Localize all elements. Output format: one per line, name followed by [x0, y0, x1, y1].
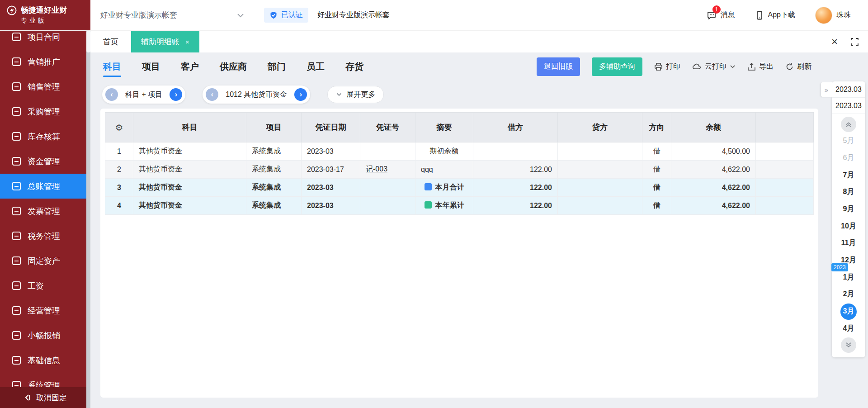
sidebar-item-fixed-assets[interactable]: 固定资产: [0, 248, 90, 273]
back-to-old-version-button[interactable]: 退回旧版: [537, 57, 580, 76]
month-2[interactable]: 2月: [840, 286, 857, 303]
cell-date: 2023-03-17: [302, 161, 360, 179]
cell-balance: 4,622.00: [671, 197, 756, 215]
sidebar-item-inventory[interactable]: 库存核算: [0, 124, 90, 149]
dimension-filter-pill[interactable]: ‹ 科目 + 项目 ›: [102, 85, 185, 104]
sidebar-item-label: 基础信息: [28, 355, 60, 366]
scroll-down-button[interactable]: [841, 337, 856, 353]
tab-subject[interactable]: 科目: [102, 54, 122, 80]
refresh-button[interactable]: 刷新: [785, 62, 811, 71]
messages-button[interactable]: 1 消息: [707, 10, 735, 20]
sidebar-scrollbar-thumb[interactable]: [86, 31, 90, 52]
account-book-select[interactable]: 好业财专业版演示帐套: [100, 10, 245, 20]
sidebar-item-general-ledger[interactable]: 总账管理: [0, 174, 90, 199]
sidebar-item-sales[interactable]: 销售管理: [0, 74, 90, 99]
certified-badge[interactable]: 已认证: [264, 8, 308, 23]
prev-arrow-icon[interactable]: ‹: [105, 88, 118, 101]
sidebar-item-purchase[interactable]: 采购管理: [0, 99, 90, 124]
sidebar-item-marketing[interactable]: 营销推广: [0, 49, 90, 74]
tab-stock[interactable]: 存货: [344, 54, 364, 80]
cell-debit: [473, 142, 558, 161]
next-arrow-icon[interactable]: ›: [170, 88, 182, 101]
main-area: 首页 辅助明细账 × × 科目 项目 客户 供应商 部门 员工 存货 退回旧版 …: [90, 31, 868, 408]
cell-direction: 借: [642, 142, 671, 161]
sidebar-item-payroll[interactable]: 工资: [0, 273, 90, 298]
phone-icon: [755, 11, 764, 20]
sidebar-item-project-contract[interactable]: 项目合同: [0, 31, 90, 49]
cell-credit: [558, 161, 642, 179]
month-11[interactable]: 11月: [840, 235, 857, 251]
year-badge: 2023: [831, 263, 848, 271]
print-button[interactable]: 打印: [654, 62, 680, 71]
cell-voucher: [360, 179, 415, 197]
account-book-select-value: 好业财专业版演示帐套: [100, 10, 177, 20]
multi-auxiliary-query-button[interactable]: 多辅助查询: [592, 57, 642, 76]
tab-project[interactable]: 项目: [141, 54, 161, 80]
cell-subject: 其他货币资金: [133, 142, 246, 161]
period-start[interactable]: 2023.03: [832, 81, 865, 98]
menu-icon: [12, 281, 21, 290]
unpin-sidebar-button[interactable]: 取消固定: [0, 387, 90, 408]
period-end[interactable]: 2023.03: [832, 98, 865, 114]
prev-arrow-icon[interactable]: ‹: [206, 88, 218, 101]
sidebar-item-label: 项目合同: [28, 32, 60, 43]
scroll-up-button[interactable]: [841, 117, 856, 132]
month-9[interactable]: 9月: [840, 201, 857, 217]
month-4[interactable]: 4月: [840, 320, 857, 337]
sidebar-item-invoice[interactable]: 发票管理: [0, 199, 90, 223]
sidebar-item-basic-info[interactable]: 基础信息: [0, 348, 90, 373]
row-number: 1: [105, 142, 133, 161]
dimension-filter-label: 科目 + 项目: [123, 90, 165, 100]
close-icon[interactable]: ×: [831, 36, 838, 47]
month-5[interactable]: 5月: [840, 133, 857, 149]
tab-close-icon[interactable]: ×: [185, 38, 189, 46]
ledger-table: ⚙ 科目 项目 凭证日期 凭证号 摘要 借方 贷方 方向 余额 1 其他货币资金: [105, 112, 814, 215]
sidebar-item-business-mgmt[interactable]: 经营管理: [0, 298, 90, 323]
month-6[interactable]: 6月: [840, 150, 857, 166]
cell-blank: [756, 142, 814, 161]
tab-supplier[interactable]: 供应商: [219, 54, 248, 80]
cell-debit: 122.00: [473, 179, 558, 197]
subject-filter-pill[interactable]: ‹ 1012 其他货币资金 ›: [203, 85, 310, 104]
cell-project: 系统集成: [246, 197, 302, 215]
subject-filter-label: 1012 其他货币资金: [223, 90, 290, 100]
tab-home[interactable]: 首页: [90, 31, 131, 52]
menu-icon: [12, 207, 21, 215]
account-book-name: 好业财专业版演示帐套: [317, 10, 390, 20]
fullscreen-icon[interactable]: [850, 38, 859, 46]
sidebar-item-tax[interactable]: 税务管理: [0, 223, 90, 248]
month-7[interactable]: 7月: [840, 167, 857, 183]
next-arrow-icon[interactable]: ›: [294, 88, 307, 101]
logo-icon: [6, 5, 17, 16]
cell-subject: 其他货币资金: [133, 179, 246, 197]
cloud-print-button[interactable]: 云打印: [692, 62, 736, 71]
cell-summary: 本年累计: [415, 197, 473, 215]
app-download-button[interactable]: App下载: [755, 10, 795, 20]
tab-customer[interactable]: 客户: [180, 54, 200, 80]
tab-employee[interactable]: 员工: [306, 54, 326, 80]
menu-icon: [12, 232, 21, 240]
cell-summary: 期初余额: [415, 142, 473, 161]
certified-label: 已认证: [281, 10, 303, 20]
sidebar-item-funds[interactable]: 资金管理: [0, 149, 90, 174]
expand-more-label: 展开更多: [346, 90, 375, 100]
sidebar-scrollbar[interactable]: [86, 31, 90, 408]
user-menu[interactable]: 珠珠: [815, 7, 851, 24]
sidebar-item-expense[interactable]: 小畅报销: [0, 323, 90, 348]
tab-department[interactable]: 部门: [267, 54, 287, 80]
expand-more-button[interactable]: 展开更多: [327, 86, 384, 103]
sidebar-menu: 项目合同 营销推广 销售管理 采购管理 库存核算 资金管理 总账管理 发票管理 …: [0, 31, 90, 398]
tab-auxiliary-detail-ledger[interactable]: 辅助明细账 ×: [131, 31, 199, 52]
month-10[interactable]: 10月: [840, 218, 857, 234]
gear-icon[interactable]: ⚙: [115, 123, 123, 133]
month-1[interactable]: 1月: [840, 269, 857, 285]
month-8[interactable]: 8月: [840, 184, 857, 200]
voucher-link[interactable]: 记-003: [366, 165, 387, 173]
export-button[interactable]: 导出: [747, 62, 774, 71]
cell-debit: 122.00: [473, 197, 558, 215]
app-logo: 畅捷通好业财 专业版: [0, 0, 90, 30]
chevron-down-icon: [730, 64, 736, 70]
menu-icon: [12, 331, 21, 340]
month-3-active[interactable]: 3月: [840, 304, 857, 320]
collapse-panel-button[interactable]: »: [821, 82, 832, 97]
